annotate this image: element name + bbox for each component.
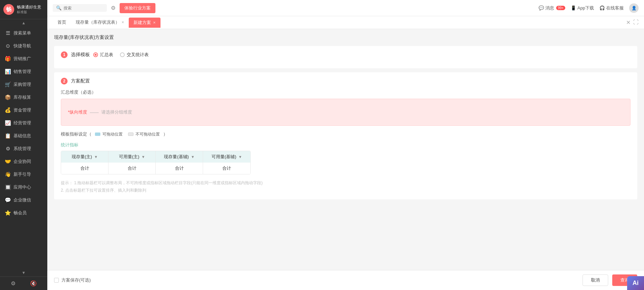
purchase-icon: 🛒 [5, 81, 11, 88]
tab-home[interactable]: 首页 [53, 17, 71, 29]
inventory-icon: 📦 [5, 94, 11, 100]
app-version: 标准版 [17, 10, 41, 15]
indicator-label: 模板指标设定（ 可拖动位置 不可拖动位置 ） [61, 131, 630, 137]
stats-col-body-1: 合计 [108, 163, 156, 174]
sidebar-scroll-up[interactable]: ▲ [0, 19, 47, 27]
radio-summary[interactable]: 汇总表 [93, 52, 113, 58]
stats-table-header: 现存量(主) ▼ 可用量(主) ▼ [61, 151, 250, 163]
tabs-right-actions: ✕ ⛶ [626, 19, 639, 26]
step1-card: 1 选择模板 汇总表 交叉统计表 [54, 46, 637, 68]
tab-new-scheme[interactable]: 新建方案 × [129, 18, 160, 28]
wechat-icon: 💬 [5, 197, 11, 203]
topbar-gear-icon[interactable]: ⚙ [111, 5, 116, 11]
sidebar-item-enterprise[interactable]: 🤝 企业协同 [0, 155, 47, 168]
sidebar-item-search-menu[interactable]: ☰ 搜索菜单 [0, 27, 47, 40]
step1-title: 选择模板 [71, 52, 90, 58]
search-icon: 🔍 [56, 5, 61, 10]
dimension-required-text: *纵向维度 [68, 109, 87, 115]
stats-col-header-3[interactable]: 可用量(基辅) ▼ [203, 151, 250, 163]
tab-inventory[interactable]: 现存量（库存状况表） × [71, 17, 129, 29]
sidebar-label-marketing: 营销推广 [14, 56, 31, 62]
settings-bottom-icon[interactable]: ⚙ [11, 280, 16, 287]
sidebar-item-member[interactable]: ⭐ 畅会员 [0, 207, 47, 219]
sidebar-item-wechat[interactable]: 💬 企业微信 [0, 194, 47, 207]
search-menu-icon: ☰ [5, 30, 11, 36]
finance-icon: 💰 [5, 107, 11, 113]
audio-bottom-icon[interactable]: 🔇 [30, 280, 37, 287]
marketing-icon: 🎁 [5, 56, 11, 62]
stats-col-header-0[interactable]: 现存量(主) ▼ [61, 151, 108, 163]
step2-header: 2 方案配置 [61, 78, 630, 84]
col-dropdown-2[interactable]: ▼ [191, 155, 195, 159]
system-icon: ⚙ [5, 146, 11, 152]
ai-badge[interactable]: Ai [627, 276, 644, 290]
stats-section: 统计指标 现存量(主) ▼ 可用量(主) [61, 142, 630, 175]
member-icon: ⭐ [5, 210, 11, 216]
online-service-icon: 🎧 [599, 5, 605, 10]
stats-col-header-1[interactable]: 可用量(主) ▼ [108, 151, 156, 163]
save-checkbox[interactable]: 方案保存(可选) [54, 277, 91, 283]
indicator-label-suffix: ） [163, 131, 168, 137]
sidebar-item-operations[interactable]: 📈 经营管理 [0, 117, 47, 129]
sidebar-item-inventory[interactable]: 📦 库存核算 [0, 91, 47, 104]
sidebar-label-system: 系统管理 [14, 146, 31, 152]
cancel-button[interactable]: 取消 [583, 274, 608, 286]
topbar-app-download[interactable]: 📱 App下载 [571, 5, 594, 11]
hints-area: 提示： 1.拖动标题栏可以调整布局，不可跨维度或指标区域拖动栏目字段(只能在同一… [61, 179, 630, 194]
radio-cross-dot [120, 52, 125, 57]
stats-col-header-label-2: 现存量(基辅) [164, 154, 189, 160]
dimension-area[interactable]: *纵向维度 —— 请选择分组维度 [61, 99, 630, 126]
sidebar-item-basic-info[interactable]: 📋 基础信息 [0, 129, 47, 142]
tab-inventory-close[interactable]: × [122, 20, 124, 25]
save-checkbox-label: 方案保存(可选) [61, 277, 91, 283]
step1-header: 1 选择模板 汇总表 交叉统计表 [61, 51, 630, 58]
tab-expand-icon[interactable]: ⛶ [633, 19, 639, 26]
tab-home-label: 首页 [57, 19, 66, 25]
save-checkbox-box[interactable] [54, 278, 59, 283]
search-input[interactable] [64, 6, 97, 10]
step2-badge: 2 [61, 78, 68, 84]
dimension-field-label: 汇总维度（必选） [61, 89, 630, 95]
stats-title: 统计指标 [61, 142, 630, 148]
tabs-bar: 首页 现存量（库存状况表） × 新建方案 × ✕ ⛶ [47, 16, 644, 29]
stats-col-header-2[interactable]: 现存量(基辅) ▼ [156, 151, 203, 163]
tab-minimize-icon[interactable]: ✕ [626, 19, 630, 26]
col-dropdown-0[interactable]: ▼ [94, 155, 98, 159]
radio-cross[interactable]: 交叉统计表 [120, 52, 149, 58]
topbar-online-service[interactable]: 🎧 在线客服 [599, 5, 624, 11]
user-avatar[interactable]: 👤 [629, 3, 639, 13]
sidebar-label-quick-nav: 快捷导航 [14, 43, 31, 49]
tab-new-scheme-close[interactable]: × [153, 20, 156, 25]
topbar-message[interactable]: 💬 消息 99+ [539, 5, 565, 11]
sidebar-item-finance[interactable]: 💰 资金管理 [0, 104, 47, 117]
sidebar-item-newbie[interactable]: 👋 新手引导 [0, 168, 47, 181]
sidebar-label-enterprise: 企业协同 [14, 159, 31, 165]
dimension-hint-text: 请选择分组维度 [101, 109, 132, 115]
sidebar-item-app-center[interactable]: 🔲 应用中心 [0, 181, 47, 194]
sidebar-item-sales[interactable]: 📊 销售管理 [0, 65, 47, 78]
legend-fixed: 不可拖动位置 [128, 131, 160, 137]
sidebar-label-app-center: 应用中心 [14, 184, 31, 190]
step2-title: 方案配置 [71, 78, 90, 84]
topbar-search-box[interactable]: 🔍 [53, 4, 107, 12]
sidebar-item-marketing[interactable]: 🎁 营销推广 [0, 52, 47, 65]
dimension-line: —— [90, 110, 99, 115]
trial-industry-button[interactable]: 体验行业方案 [120, 3, 155, 13]
sidebar: 畅 畅康通好生意 标准版 ▲ ☰ 搜索菜单 ⊙ 快捷导航 🎁 营销推广 📊 销售… [0, 0, 47, 290]
sidebar-label-member: 畅会员 [14, 210, 27, 216]
sidebar-item-purchase[interactable]: 🛒 采购管理 [0, 78, 47, 91]
sidebar-scroll-down[interactable]: ▼ [0, 269, 47, 276]
sidebar-item-system[interactable]: ⚙ 系统管理 [0, 142, 47, 155]
indicator-settings: 模板指标设定（ 可拖动位置 不可拖动位置 ） 统计指标 [61, 131, 630, 194]
content-area: 现存量(库存状况表)方案设置 1 选择模板 汇总表 交叉统计表 [47, 29, 644, 270]
sidebar-label-search-menu: 搜索菜单 [14, 30, 31, 36]
stats-table: 现存量(主) ▼ 可用量(主) ▼ [61, 151, 251, 174]
col-dropdown-1[interactable]: ▼ [141, 155, 145, 159]
sidebar-logo: 畅 畅康通好生意 标准版 [0, 0, 47, 19]
stats-col-body-2: 合计 [156, 163, 203, 174]
indicator-legend: 可拖动位置 不可拖动位置 [95, 131, 160, 137]
sidebar-item-quick-nav[interactable]: ⊙ 快捷导航 [0, 40, 47, 52]
col-dropdown-3[interactable]: ▼ [238, 155, 242, 159]
template-radio-group: 汇总表 交叉统计表 [93, 52, 149, 58]
sidebar-label-inventory: 库存核算 [14, 94, 31, 100]
